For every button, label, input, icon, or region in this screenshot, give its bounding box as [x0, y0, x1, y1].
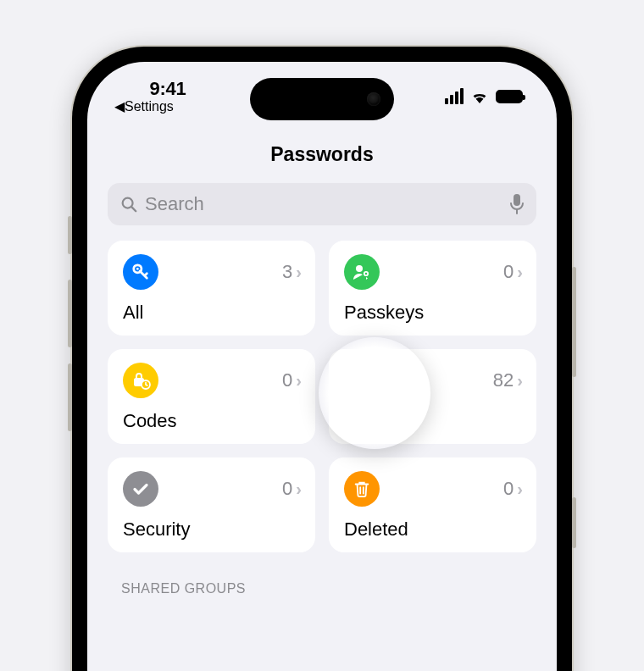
chevron-right-icon: › — [296, 263, 302, 282]
header: Passwords — [87, 118, 557, 183]
dynamic-island — [250, 78, 394, 120]
key-icon — [123, 254, 158, 290]
wifi-status-icon — [470, 89, 489, 104]
count-row: 0 › — [282, 369, 302, 391]
search-icon — [119, 195, 138, 214]
category-codes[interactable]: 0 › Codes — [108, 349, 315, 444]
svg-line-1 — [131, 207, 136, 211]
category-grid: 3 › All 0 › Passkeys — [87, 241, 557, 552]
status-right — [445, 88, 523, 104]
count-row: 0 › — [282, 478, 302, 500]
person-key-icon — [344, 254, 380, 290]
svg-point-6 — [356, 265, 363, 272]
back-caret-icon: ◀︎ — [114, 98, 125, 114]
count-value: 3 — [282, 261, 292, 283]
category-label: All — [123, 302, 302, 324]
cellular-signal-icon — [445, 88, 464, 104]
category-label: Deleted — [344, 518, 523, 541]
svg-point-5 — [136, 268, 139, 270]
trash-icon — [344, 471, 380, 507]
search-input[interactable] — [145, 193, 502, 215]
back-to-settings-link[interactable]: ◀︎ Settings — [114, 98, 174, 114]
category-wifi[interactable]: Wi-Fi 82 › Wi-Fi — [329, 349, 536, 444]
wifi-highlight-circle: Wi-Fi — [319, 337, 430, 449]
volume-down-button — [68, 363, 72, 431]
category-security[interactable]: 0 › Security — [108, 458, 315, 552]
count-value: 0 — [503, 478, 514, 500]
category-label: Codes — [123, 410, 302, 432]
mute-switch — [68, 216, 72, 254]
back-label: Settings — [125, 99, 174, 114]
category-label: Security — [123, 518, 302, 541]
page-title: Passwords — [87, 143, 557, 166]
count-value: 82 — [493, 369, 514, 391]
category-label: Passkeys — [344, 302, 523, 324]
chevron-right-icon: › — [296, 371, 302, 391]
shared-groups-header: SHARED GROUPS — [87, 552, 557, 596]
action-button — [572, 497, 576, 548]
svg-point-7 — [364, 272, 368, 275]
chevron-right-icon: › — [517, 480, 523, 499]
category-passkeys[interactable]: 0 › Passkeys — [329, 241, 536, 336]
phone-frame: 9:41 ◀︎ Settings Passwords — [72, 47, 572, 671]
count-row: 0 › — [503, 261, 523, 283]
category-all[interactable]: 3 › All — [108, 241, 315, 336]
checkmark-icon — [123, 471, 158, 507]
count-row: 3 › — [282, 261, 302, 283]
microphone-icon[interactable] — [509, 193, 525, 215]
category-deleted[interactable]: 0 › Deleted — [329, 458, 536, 552]
count-value: 0 — [282, 478, 292, 500]
count-row: 0 › — [503, 478, 523, 500]
count-row: 82 › — [493, 369, 523, 391]
count-value: 0 — [503, 261, 514, 283]
power-button — [572, 267, 576, 377]
search-field[interactable] — [108, 183, 536, 225]
screen: 9:41 ◀︎ Settings Passwords — [87, 62, 557, 671]
chevron-right-icon: › — [517, 263, 523, 282]
count-value: 0 — [282, 369, 292, 391]
chevron-right-icon: › — [517, 371, 523, 391]
status-time: 9:41 — [149, 78, 186, 100]
chevron-right-icon: › — [296, 480, 302, 499]
battery-icon — [496, 90, 523, 103]
search-container — [87, 183, 557, 241]
lock-clock-icon — [123, 363, 158, 398]
svg-rect-2 — [514, 194, 520, 206]
volume-up-button — [68, 280, 72, 347]
status-left: 9:41 ◀︎ Settings — [121, 78, 214, 114]
